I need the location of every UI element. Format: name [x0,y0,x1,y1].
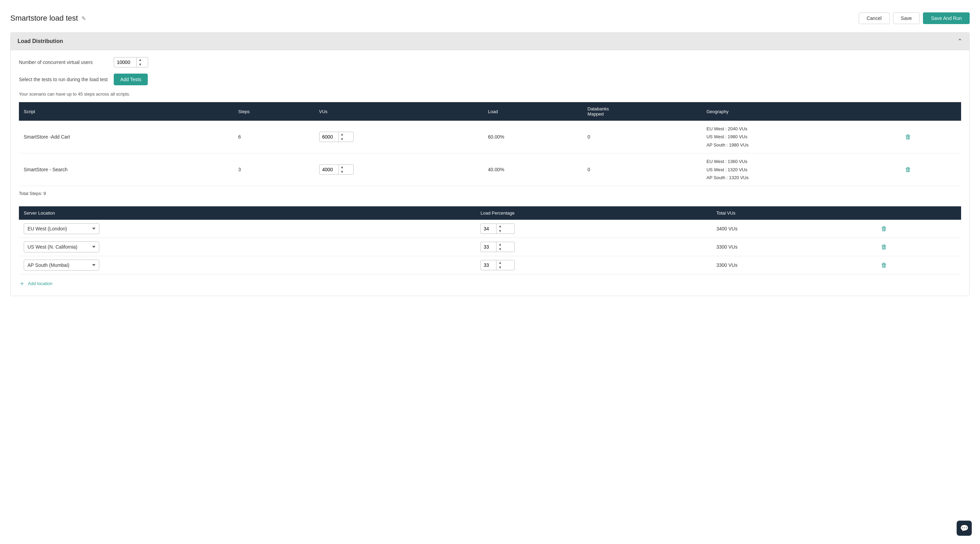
load-percentage-cell: ▲ ▼ [476,220,711,238]
location-delete[interactable]: 🗑 [876,256,961,274]
select-tests-label: Select the tests to run during the load … [19,77,108,82]
script-name: SmartStore - Search [19,153,233,186]
page-title-area: Smartstore load test ✎ [10,14,86,23]
location-delete[interactable]: 🗑 [876,220,961,238]
vus-down[interactable]: ▼ [339,169,346,174]
script-delete[interactable]: 🗑 [900,153,961,186]
delete-icon[interactable]: 🗑 [881,244,887,250]
add-tests-button[interactable]: Add Tests [114,73,148,85]
script-databanks: 0 [583,121,702,153]
location-cell: AP South (Mumbai) [19,256,476,274]
total-vus-cell: 3300 VUs [712,256,877,274]
concurrent-users-input[interactable]: ▲ ▼ [114,57,148,67]
load-pct-input[interactable] [481,261,496,270]
vus-spinner[interactable]: ▲ ▼ [319,132,353,142]
delete-icon[interactable]: 🗑 [881,225,887,232]
location-table: Server Location Load Percentage Total VU… [19,206,961,274]
vus-up[interactable]: ▲ [339,165,346,169]
concurrent-users-label: Number of concurrent virtual users [19,59,108,65]
table-row: EU West (London) ▲ ▼ 3400 VUs🗑 [19,220,961,238]
vus-spinner-btns: ▲ ▼ [339,165,346,174]
vus-up[interactable]: ▲ [339,132,346,137]
load-pct-spinner[interactable]: ▲ ▼ [480,260,515,270]
load-pct-input[interactable] [481,242,496,251]
load-distribution-header: Load Distribution ⌃ [11,33,969,50]
script-vus: ▲ ▼ [314,121,483,153]
load-distribution-section: Load Distribution ⌃ Number of concurrent… [10,32,970,296]
cancel-button[interactable]: Cancel [859,13,889,24]
location-table-body: EU West (London) ▲ ▼ 3400 VUs🗑 US West (… [19,220,961,274]
location-delete[interactable]: 🗑 [876,238,961,256]
scenario-info-text: Your scenario can have up to 45 steps ac… [19,91,961,97]
location-table-head: Server Location Load Percentage Total VU… [19,206,961,220]
script-vus: ▲ ▼ [314,153,483,186]
col-actions [900,102,961,121]
col-loc-actions [876,206,961,220]
location-select[interactable]: US West (N. California) [24,241,99,252]
vus-spinner[interactable]: ▲ ▼ [319,164,353,175]
load-percentage-cell: ▲ ▼ [476,256,711,274]
total-steps: Total Steps: 9 [19,191,961,196]
col-geography: Geography [702,102,900,121]
load-pct-up[interactable]: ▲ [496,224,503,229]
col-steps: Steps [233,102,314,121]
script-delete[interactable]: 🗑 [900,121,961,153]
concurrent-users-spinners: ▲ ▼ [137,57,144,67]
vus-input[interactable] [320,165,339,174]
location-header-row: Server Location Load Percentage Total VU… [19,206,961,220]
page-title: Smartstore load test [10,14,78,23]
load-pct-spinner[interactable]: ▲ ▼ [480,242,515,252]
scripts-table-head: Script Steps VUs Load DatabanksMapped Ge… [19,102,961,121]
load-pct-spinner[interactable]: ▲ ▼ [480,223,515,234]
col-load: Load [483,102,583,121]
table-row: SmartStore -Add Cart6 ▲ ▼ 60.00%0EU West… [19,121,961,153]
table-row: US West (N. California) ▲ ▼ 3300 VUs🗑 [19,238,961,256]
add-location-icon: ＋ [19,279,25,287]
load-pct-up[interactable]: ▲ [496,242,503,247]
load-distribution-body: Number of concurrent virtual users ▲ ▼ S… [11,50,969,296]
location-select[interactable]: EU West (London) [24,223,99,234]
save-and-run-button[interactable]: Save And Run [923,13,970,24]
edit-icon[interactable]: ✎ [81,15,86,22]
load-pct-btns: ▲ ▼ [496,224,503,233]
load-pct-btns: ▲ ▼ [496,260,503,270]
concurrent-users-down[interactable]: ▼ [137,62,144,67]
chat-bubble[interactable]: 💬 [957,521,972,536]
col-vus: VUs [314,102,483,121]
script-load: 60.00% [483,121,583,153]
load-pct-down[interactable]: ▼ [496,265,503,270]
load-pct-btns: ▲ ▼ [496,242,503,252]
delete-icon[interactable]: 🗑 [905,133,911,140]
load-distribution-title: Load Distribution [18,38,63,45]
col-total-vus: Total VUs [712,206,877,220]
delete-icon[interactable]: 🗑 [881,262,887,268]
save-button[interactable]: Save [893,13,920,24]
delete-icon[interactable]: 🗑 [905,166,911,173]
header-actions: Cancel Save Save And Run [859,13,970,24]
load-pct-input[interactable] [481,224,496,233]
concurrent-users-field[interactable] [114,58,137,67]
script-steps: 6 [233,121,314,153]
script-geography: EU West : 2040 VUsUS West : 1980 VUsAP S… [702,121,900,153]
script-steps: 3 [233,153,314,186]
total-vus-cell: 3300 VUs [712,238,877,256]
vus-input[interactable] [320,132,339,141]
load-pct-down[interactable]: ▼ [496,247,503,252]
col-databanks: DatabanksMapped [583,102,702,121]
vus-down[interactable]: ▼ [339,137,346,142]
script-geography: EU West : 1360 VUsUS West : 1320 VUsAP S… [702,153,900,186]
concurrent-users-up[interactable]: ▲ [137,57,144,62]
load-pct-up[interactable]: ▲ [496,260,503,265]
scripts-table: Script Steps VUs Load DatabanksMapped Ge… [19,102,961,186]
collapse-icon[interactable]: ⌃ [957,37,963,45]
add-location-label: Add location [28,281,52,286]
page-header: Smartstore load test ✎ Cancel Save Save … [10,7,970,32]
script-databanks: 0 [583,153,702,186]
location-select[interactable]: AP South (Mumbai) [24,260,99,271]
script-load: 40.00% [483,153,583,186]
scripts-table-header-row: Script Steps VUs Load DatabanksMapped Ge… [19,102,961,121]
scripts-table-body: SmartStore -Add Cart6 ▲ ▼ 60.00%0EU West… [19,121,961,186]
load-pct-down[interactable]: ▼ [496,229,503,233]
add-location-row[interactable]: ＋ Add location [19,279,961,287]
select-tests-row: Select the tests to run during the load … [19,73,961,85]
